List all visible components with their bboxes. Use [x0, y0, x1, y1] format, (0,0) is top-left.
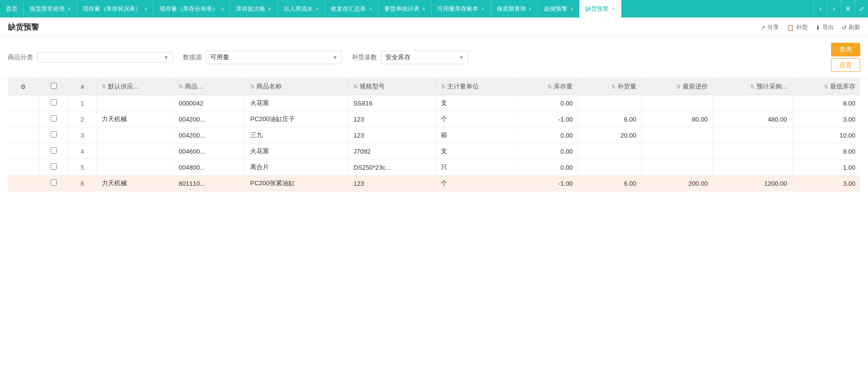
col-header-supplier[interactable]: ⇅默认供应...	[97, 78, 174, 95]
col-header-settings[interactable]: ⚙	[8, 78, 39, 95]
table-row: 6 力天机械 801110... PC200张紧油缸 123 个 -1.00 6…	[8, 176, 860, 192]
tab-recv-summary[interactable]: 收发存汇总表 ×	[325, 0, 378, 18]
row-check-cell[interactable]	[39, 95, 68, 111]
tab-next-btn[interactable]: ›	[827, 0, 841, 18]
row-checkbox-5[interactable]	[51, 179, 57, 186]
row-goods-code-cell: 801110...	[174, 176, 245, 192]
tab-close-overstock[interactable]: ×	[570, 6, 573, 12]
data-source-arrow-icon: ▼	[332, 54, 338, 60]
row-min-stock-cell: 10.00	[792, 127, 860, 143]
page-header: 缺货预警 ↗ 分享 📋 补货 ⬇ 导出 ↺ 刷新	[0, 18, 868, 37]
row-est-purchase-cell	[713, 143, 792, 159]
table-header-row: ⚙ # ⇅默认供应... ⇅商品... ⇅商品名称	[8, 78, 860, 95]
refresh-button[interactable]: ↺ 刷新	[842, 23, 860, 32]
col-header-latest-price[interactable]: ⇅最新进价	[641, 78, 713, 95]
row-est-purchase-cell: 1200.00	[713, 176, 792, 192]
row-num-cell: 5	[68, 159, 97, 176]
gear-icon: ⚙	[20, 83, 26, 90]
row-replenish-qty-cell	[578, 143, 642, 159]
col-header-min-stock[interactable]: ⇅最低库存	[792, 78, 860, 95]
share-button[interactable]: ↗ 分享	[760, 23, 779, 32]
tab-prev-btn[interactable]: ‹	[814, 0, 827, 18]
col-header-check[interactable]	[39, 78, 68, 95]
row-check-cell[interactable]	[39, 176, 68, 192]
tab-home[interactable]: 首页	[0, 0, 24, 18]
replenish-base-arrow-icon: ▼	[459, 54, 464, 60]
row-stock-cell: 0.00	[514, 95, 578, 111]
tab-close-expiry[interactable]: ×	[529, 6, 532, 12]
col-header-spec[interactable]: ⇅规格型号	[348, 78, 436, 95]
row-spec-cell: DS250*23c...	[348, 159, 436, 176]
row-checkbox-2[interactable]	[51, 131, 57, 138]
row-replenish-qty-cell	[578, 95, 642, 111]
data-source-select[interactable]: 可用量 ▼	[206, 51, 342, 64]
filter-replenish-base: 补货基数 安全库存 ▼	[352, 51, 469, 64]
row-num-cell: 1	[68, 95, 97, 111]
data-table: ⚙ # ⇅默认供应... ⇅商品... ⇅商品名称	[8, 78, 860, 192]
col-header-unit[interactable]: ⇅主计量单位	[435, 78, 514, 95]
tab-close-order-stat[interactable]: ×	[422, 6, 425, 12]
row-checkbox-0[interactable]	[51, 99, 57, 106]
select-all-checkbox[interactable]	[51, 83, 57, 89]
tab-shortage[interactable]: 缺货预警 ×	[579, 0, 621, 18]
goods-category-select[interactable]: ▼	[37, 52, 173, 63]
tab-abnormal[interactable]: 拣货异常处理 ×	[24, 0, 77, 18]
refresh-icon: ↺	[842, 24, 847, 31]
row-checkbox-4[interactable]	[51, 163, 57, 170]
row-unit-cell: 箱	[435, 127, 514, 143]
settings-button[interactable]: 设置	[831, 58, 860, 72]
row-check-cell[interactable]	[39, 127, 68, 143]
tab-close-stock-dist[interactable]: ×	[221, 6, 224, 12]
query-button[interactable]: 查询	[831, 43, 860, 56]
row-supplier-cell	[97, 127, 174, 143]
table-row: 1 0000042 火花塞 SS816 支 0.00 8.00	[8, 95, 860, 111]
tab-stock-dist[interactable]: 现存量（库存分布表） ×	[154, 0, 230, 18]
replenish-button[interactable]: 📋 补货	[787, 23, 808, 32]
col-header-est-purchase[interactable]: ⇅预计采购...	[713, 78, 792, 95]
tab-inout-flow[interactable]: 出入库流水 ×	[278, 0, 325, 18]
row-goods-name-cell: PC200张紧油缸	[245, 176, 348, 192]
filter-area: 商品分类 ▼ 数据源 可用量 ▼ 补货基数 安全库存 ▼ 查询 设置	[0, 37, 868, 78]
row-num-cell: 2	[68, 111, 97, 127]
table-row: 3 004200... 三九 123 箱 0.00 20.00 10.00	[8, 127, 860, 143]
col-header-goods-name[interactable]: ⇅商品名称	[245, 78, 348, 95]
row-est-purchase-cell: 480.00	[713, 111, 792, 127]
tab-close-batch[interactable]: ×	[268, 6, 271, 12]
tab-close-all-btn[interactable]: ✕	[841, 0, 854, 18]
row-check-cell[interactable]	[39, 143, 68, 159]
row-check-cell[interactable]	[39, 159, 68, 176]
tab-expiry[interactable]: 保质期查询 ×	[491, 0, 538, 18]
row-check-cell[interactable]	[39, 111, 68, 127]
row-spec-cell: J7092	[348, 143, 436, 159]
row-settings-cell	[8, 111, 39, 127]
tab-close-inout-flow[interactable]: ×	[316, 6, 319, 12]
replenish-base-select[interactable]: 安全库存 ▼	[381, 51, 469, 64]
row-goods-code-cell: 004800...	[174, 159, 245, 176]
row-goods-name-cell: 火花塞	[245, 143, 348, 159]
tab-overstock[interactable]: 超储预警 ×	[538, 0, 579, 18]
row-est-purchase-cell	[713, 127, 792, 143]
tab-avail-ledger[interactable]: 可用量库存账本 ×	[432, 0, 490, 18]
col-header-stock[interactable]: ⇅库存量	[514, 78, 578, 95]
tab-stock-status[interactable]: 现存量（库存状况表） ×	[77, 0, 153, 18]
tab-close-recv-summary[interactable]: ×	[369, 6, 372, 12]
tab-close-avail-ledger[interactable]: ×	[481, 6, 484, 12]
row-min-stock-cell: 1.00	[792, 159, 860, 176]
tab-close-shortage[interactable]: ×	[612, 6, 615, 12]
header-actions: ↗ 分享 📋 补货 ⬇ 导出 ↺ 刷新	[760, 23, 860, 32]
page-title: 缺货预警	[8, 22, 39, 33]
col-header-replenish-qty[interactable]: ⇅补货量	[578, 78, 642, 95]
export-button[interactable]: ⬇ 导出	[815, 23, 834, 32]
tab-batch[interactable]: 库存批次账 ×	[230, 0, 277, 18]
row-checkbox-3[interactable]	[51, 147, 57, 154]
tab-close-stock-status[interactable]: ×	[144, 6, 147, 12]
row-latest-price-cell	[641, 143, 713, 159]
tab-expand-btn[interactable]: ⤢	[854, 0, 868, 18]
tab-close-abnormal[interactable]: ×	[68, 6, 71, 12]
col-header-goods-code[interactable]: ⇅商品...	[174, 78, 245, 95]
tab-order-stat[interactable]: 要货单统计表 ×	[379, 0, 432, 18]
goods-category-label: 商品分类	[8, 53, 33, 62]
replenish-base-label: 补货基数	[352, 53, 377, 62]
row-checkbox-1[interactable]	[51, 115, 57, 122]
row-unit-cell: 个	[435, 111, 514, 127]
